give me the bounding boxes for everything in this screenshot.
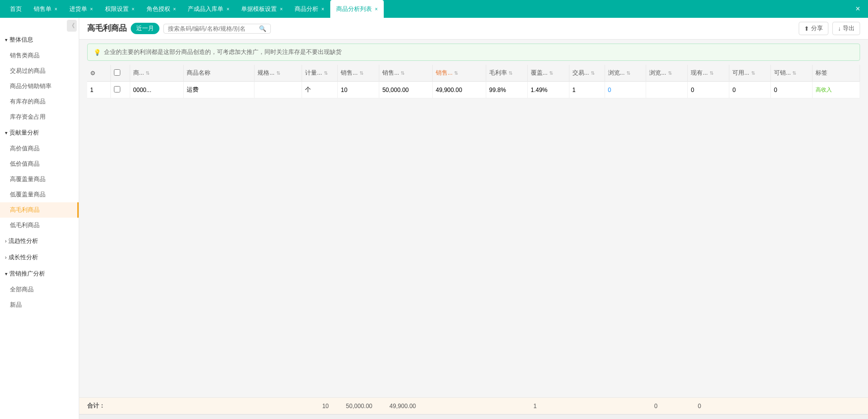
sidebar-item-high-value[interactable]: 高价值商品: [0, 141, 79, 156]
sidebar-item-high-coverage[interactable]: 高覆盖量商品: [0, 172, 79, 187]
col-header-saleable[interactable]: 可销... ⇅: [771, 65, 813, 82]
sort-icon-unit: ⇅: [324, 70, 328, 76]
col-header-sale-amt[interactable]: 销售... ⇅: [379, 65, 433, 82]
sort-icon-saleable: ⇅: [792, 70, 796, 76]
settings-icon[interactable]: ⚙: [90, 70, 96, 77]
col-header-unit[interactable]: 计量... ⇅: [302, 65, 338, 82]
sidebar-item-low-value[interactable]: 低价值商品: [0, 156, 79, 172]
sidebar-item-high-margin[interactable]: 高毛利商品: [0, 202, 79, 218]
col-header-code[interactable]: 商... ⇅: [130, 65, 183, 82]
content-area: 高毛利商品 近一月 🔍 ⬆ 分享 ↓ 导出 💡 企业的主要的利润都是这部: [79, 18, 868, 419]
tag-high-income: 高收入: [816, 87, 832, 93]
sort-icon-avail: ⇅: [751, 70, 755, 76]
cell-spec: [255, 82, 302, 98]
sidebar-collapse-button[interactable]: 《: [67, 20, 77, 32]
sidebar-item-all-goods[interactable]: 全部商品: [0, 282, 79, 297]
col-header-cover[interactable]: 覆盖... ⇅: [527, 65, 569, 82]
chevron-down-icon-3: ▾: [5, 271, 7, 277]
cell-sale-amt: 50,000.00: [379, 82, 433, 98]
sidebar-group-marketing[interactable]: ▾ 营销推广分析: [0, 266, 79, 282]
close-purchase-tab[interactable]: ×: [90, 6, 93, 12]
nav-product-analysis-list[interactable]: 商品分析列表 ×: [330, 0, 384, 18]
col-header-sale-qty[interactable]: 销售... ⇅: [338, 65, 379, 82]
close-instock-tab[interactable]: ×: [226, 6, 229, 12]
col-header-browse1[interactable]: 浏览... ⇅: [605, 65, 646, 82]
sidebar-group-contribution[interactable]: ▾ 贡献量分析: [0, 125, 79, 141]
cell-trade: 1: [569, 82, 605, 98]
nav-role-auth[interactable]: 角色授权 ×: [141, 0, 182, 18]
sidebar-group-contribution-items: 高价值商品 低价值商品 高覆盖量商品 低覆盖量商品 高毛利商品 低毛利商品: [0, 141, 79, 233]
sidebar-item-low-coverage[interactable]: 低覆盖量商品: [0, 187, 79, 202]
sidebar-item-stock-capital[interactable]: 库存资金占用: [0, 109, 79, 125]
col-header-stock[interactable]: 现有... ⇅: [688, 65, 729, 82]
filter-recent-month[interactable]: 近一月: [131, 23, 159, 34]
nav-home[interactable]: 首页: [4, 0, 28, 18]
nav-permission-settings[interactable]: 权限设置 ×: [99, 0, 141, 18]
window-close-button[interactable]: ×: [852, 4, 864, 13]
cell-name: 运费: [183, 82, 255, 98]
sort-icon-cover: ⇅: [549, 70, 553, 76]
browse1-link[interactable]: 0: [608, 87, 612, 93]
export-button[interactable]: ↓ 导出: [832, 22, 860, 35]
cell-stock: 0: [688, 82, 729, 98]
col-header-browse2[interactable]: 浏览... ⇅: [646, 65, 688, 82]
sidebar-item-new-goods[interactable]: 新品: [0, 297, 79, 313]
share-button[interactable]: ⬆ 分享: [799, 22, 828, 35]
sidebar-group-marketing-items: 全部商品 新品: [0, 282, 79, 313]
col-header-sale-cost[interactable]: 销售... ⇅: [432, 65, 486, 82]
select-all-checkbox[interactable]: [114, 69, 120, 76]
sidebar-item-traded-goods[interactable]: 交易过的商品: [0, 63, 79, 79]
chevron-right-icon-2: ›: [5, 255, 6, 260]
sidebar-item-distribution-rate[interactable]: 商品分销助销率: [0, 79, 79, 94]
content-header: 高毛利商品 近一月 🔍 ⬆ 分享 ↓ 导出: [79, 18, 868, 40]
table-header-row: ⚙ 商... ⇅ 商品名称 规格...: [87, 65, 860, 82]
cell-check: [111, 82, 130, 98]
sidebar-item-low-margin[interactable]: 低毛利商品: [0, 218, 79, 233]
col-header-trade[interactable]: 交易... ⇅: [569, 65, 605, 82]
sidebar-group-growth[interactable]: › 成长性分析: [0, 249, 79, 266]
footer-trade: 1: [497, 403, 537, 410]
chevron-right-icon: ›: [5, 238, 6, 244]
cell-tag: 高收入: [812, 82, 860, 98]
sort-icon-browse1: ⇅: [626, 70, 630, 76]
cell-cover: 1.49%: [527, 82, 569, 98]
search-input[interactable]: [168, 25, 257, 32]
sidebar-item-instock-goods[interactable]: 有库存的商品: [0, 94, 79, 109]
nav-sales[interactable]: 销售单 ×: [28, 0, 63, 18]
sort-icon-sale-amt: ⇅: [401, 70, 405, 76]
nav-product-analysis[interactable]: 商品分析 ×: [289, 0, 330, 18]
sort-icon-sale-qty: ⇅: [359, 70, 363, 76]
close-analysis-list-tab[interactable]: ×: [375, 6, 378, 12]
close-template-tab[interactable]: ×: [280, 6, 283, 12]
search-icon[interactable]: 🔍: [259, 25, 266, 32]
action-buttons: ⬆ 分享 ↓ 导出: [799, 22, 860, 35]
col-header-avail[interactable]: 可用... ⇅: [729, 65, 771, 82]
close-analysis-tab[interactable]: ×: [321, 6, 324, 12]
chevron-down-icon-2: ▾: [5, 130, 7, 136]
nav-product-instock[interactable]: 产成品入库单 ×: [182, 0, 235, 18]
sidebar-group-trend[interactable]: › 流趋性分析: [0, 233, 79, 249]
cell-sale-qty: 10: [338, 82, 379, 98]
footer-sale-amt: 50,000.00: [333, 403, 372, 410]
search-box: 🔍: [163, 24, 271, 34]
cell-code: 0000...: [130, 82, 183, 98]
main-layout: 《 ▾ 整体信息 销售类商品 交易过的商品 商品分销助销率 有库存的商品 库存资…: [0, 18, 868, 419]
row-checkbox[interactable]: [114, 86, 120, 93]
col-header-spec[interactable]: 规格... ⇅: [255, 65, 302, 82]
sidebar-item-sales-goods[interactable]: 销售类商品: [0, 48, 79, 63]
close-role-tab[interactable]: ×: [173, 6, 176, 12]
sort-icon-browse2: ⇅: [668, 70, 672, 76]
col-header-tag: 标签: [812, 65, 860, 82]
sidebar: 《 ▾ 整体信息 销售类商品 交易过的商品 商品分销助销率 有库存的商品 库存资…: [0, 18, 79, 419]
table-row: 1 0000... 运费: [87, 82, 860, 98]
horizontal-scrollbar[interactable]: [79, 414, 868, 419]
nav-purchase[interactable]: 进货单 ×: [63, 0, 99, 18]
col-header-gross[interactable]: 毛利率 ⇅: [486, 65, 527, 82]
footer-stock: 0: [618, 403, 658, 410]
sidebar-group-overall[interactable]: ▾ 整体信息: [0, 32, 79, 48]
nav-template-settings[interactable]: 单据模板设置 ×: [235, 0, 289, 18]
close-permission-tab[interactable]: ×: [132, 6, 135, 12]
col-header-index: ⚙: [87, 65, 111, 82]
close-sales-tab[interactable]: ×: [54, 6, 57, 12]
cell-unit: 个: [302, 82, 338, 98]
